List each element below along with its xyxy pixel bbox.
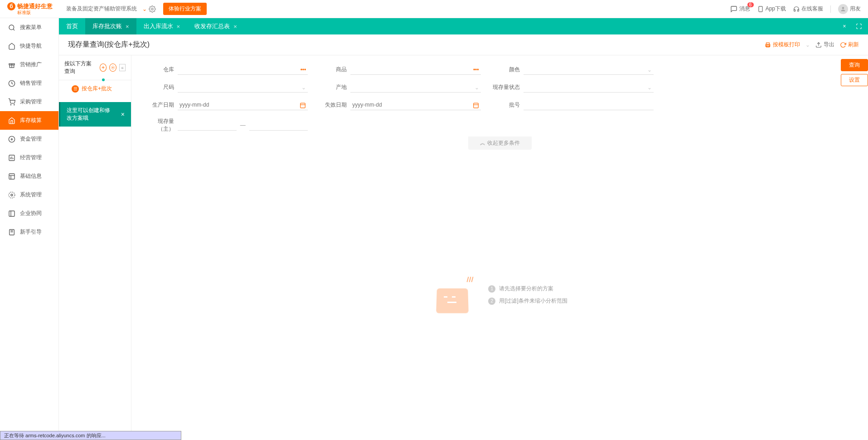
size-input[interactable] [178, 82, 308, 93]
chevron-down-icon: ⌄ [142, 6, 147, 12]
app-download-button[interactable]: App下载 [757, 5, 786, 13]
sidebar-item-label: 企业协同 [20, 210, 42, 217]
customer-service-button[interactable]: 在线客服 [793, 5, 823, 13]
main-sidebar: 搜索菜单 快捷导航 营销推广 销售管理 采购管理 库存核算 资金管理 经营管理 [0, 18, 59, 440]
settings-button[interactable]: 设置 [841, 74, 868, 86]
scheme-icon: ☰ [72, 85, 79, 93]
cart-icon [8, 98, 15, 106]
sidebar-item-label: 系统管理 [20, 191, 42, 199]
sidebar-item-label: 快捷导航 [20, 42, 42, 50]
close-icon[interactable]: × [121, 111, 125, 118]
sidebar-item-label: 基础信息 [20, 172, 42, 180]
origin-input[interactable] [350, 82, 480, 93]
scheme-settings-button[interactable] [109, 64, 116, 72]
svg-rect-1 [759, 6, 762, 12]
tab-label: 首页 [66, 22, 78, 30]
svg-point-22 [11, 194, 13, 196]
export-button[interactable]: 导出 [815, 41, 834, 49]
system-selector[interactable]: 装备及固定资产辅助管理系统 ⌄ [66, 5, 147, 13]
step-number: 1 [488, 285, 495, 293]
settings-gear-button[interactable] [147, 4, 158, 15]
chevron-down-icon[interactable]: ⌄ [647, 67, 652, 73]
warehouse-input[interactable] [178, 64, 308, 75]
scheme-tooltip: 这里可以创建和修改方案哦 × [59, 102, 131, 127]
book-icon [8, 229, 15, 236]
tab-bar: 首页 库存批次账 × 出入库流水 × 收发存汇总表 × × [59, 18, 868, 34]
tab-label: 库存批次账 [92, 22, 122, 30]
chevron-down-icon[interactable]: ⌄ [805, 42, 810, 48]
sidebar-item-business[interactable]: 经营管理 [0, 148, 58, 167]
stock-status-input[interactable] [524, 82, 654, 93]
close-icon[interactable]: × [233, 23, 237, 30]
sidebar-item-inventory[interactable]: 库存核算 [0, 111, 58, 130]
sidebar-item-enterprise[interactable]: 企业协同 [0, 204, 58, 223]
empty-state: 1 请先选择要分析的方案 2 用[过滤]条件来缩小分析范围 [131, 150, 868, 440]
stock-qty-from-input[interactable] [178, 120, 237, 131]
close-icon[interactable]: × [177, 23, 180, 30]
user-menu[interactable]: 用友 [838, 4, 861, 14]
scheme-item[interactable]: ☰ 按仓库+批次 [59, 80, 131, 97]
scheme-label: 按仓库+批次 [82, 85, 112, 93]
sidebar-item-system[interactable]: 系统管理 [0, 186, 58, 204]
expire-date-input[interactable] [350, 100, 480, 110]
query-button[interactable]: 查询 [841, 59, 868, 71]
svg-point-34 [111, 66, 115, 69]
batch-input[interactable] [524, 100, 654, 110]
sidebar-item-quicknav[interactable]: 快捷导航 [0, 37, 58, 55]
sidebar-item-finance[interactable]: 资金管理 [0, 130, 58, 148]
tab-inventory-batch[interactable]: 库存批次账 × [85, 18, 136, 34]
tab-home[interactable]: 首页 [59, 18, 85, 34]
tab-summary[interactable]: 收发存汇总表 × [187, 18, 244, 34]
more-icon[interactable]: ••• [301, 67, 306, 73]
sidebar-item-baseinfo[interactable]: 基础信息 [0, 167, 58, 186]
chevron-down-icon[interactable]: ⌄ [475, 84, 479, 91]
more-icon[interactable]: ••• [473, 67, 479, 73]
chevron-down-icon[interactable]: ⌄ [301, 84, 306, 91]
color-label: 颜色 [492, 66, 524, 73]
sidebar-item-label: 资金管理 [20, 135, 42, 143]
message-icon [730, 5, 737, 13]
refresh-button[interactable]: 刷新 [840, 41, 859, 49]
empty-step-text: 请先选择要分析的方案 [499, 285, 553, 293]
chevron-up-icon: ︽ [480, 139, 485, 147]
sidebar-item-sales[interactable]: 销售管理 [0, 74, 58, 93]
experience-industry-button[interactable]: 体验行业方案 [163, 3, 207, 15]
expire-date-label: 失效日期 [319, 101, 350, 109]
sidebar-item-guide[interactable]: 新手引导 [0, 223, 58, 241]
prod-date-input[interactable] [178, 100, 308, 110]
sidebar-item-purchase[interactable]: 采购管理 [0, 93, 58, 111]
chevron-down-icon[interactable]: ⌄ [647, 84, 652, 91]
add-scheme-button[interactable]: + [100, 64, 107, 72]
stock-qty-to-input[interactable] [249, 120, 308, 131]
product-label: 商品 [319, 66, 350, 73]
size-label: 尺码 [146, 83, 178, 91]
sidebar-item-label: 新手引导 [20, 228, 42, 236]
messages-button[interactable]: 消息 6 [730, 5, 750, 13]
tab-flow[interactable]: 出入库流水 × [136, 18, 188, 34]
chart-icon [8, 154, 15, 161]
svg-point-4 [9, 25, 14, 30]
collapse-conditions-button[interactable]: ︽ 收起更多条件 [468, 137, 532, 150]
tag-icon [8, 80, 15, 87]
warehouse-label: 仓库 [146, 66, 178, 73]
sidebar-item-label: 销售管理 [20, 79, 42, 87]
calendar-icon[interactable] [473, 102, 479, 108]
logo-subtitle: 标准版 [17, 10, 31, 16]
close-icon[interactable]: × [126, 23, 129, 30]
print-template-button[interactable]: 按模板打印 [765, 41, 800, 49]
fullscreen-button[interactable] [853, 21, 864, 32]
home-icon [8, 43, 15, 50]
filter-scheme-panel: 按以下方案查询 + « ☰ 按仓库+批次 这里可以创建和修改方案哦 × [59, 55, 131, 440]
gear-icon [8, 191, 15, 199]
collapse-panel-button[interactable]: « [119, 64, 126, 71]
close-all-tabs-button[interactable]: × [839, 21, 850, 32]
calendar-icon[interactable] [300, 102, 306, 108]
sidebar-item-marketing[interactable]: 营销推广 [0, 55, 58, 74]
sidebar-item-label: 搜索菜单 [20, 24, 42, 31]
sidebar-item-search[interactable]: 搜索菜单 [0, 18, 58, 37]
product-input[interactable] [350, 64, 480, 75]
color-input[interactable] [524, 64, 654, 75]
print-icon [765, 42, 771, 48]
step-number: 2 [488, 298, 495, 305]
search-icon [8, 24, 15, 31]
